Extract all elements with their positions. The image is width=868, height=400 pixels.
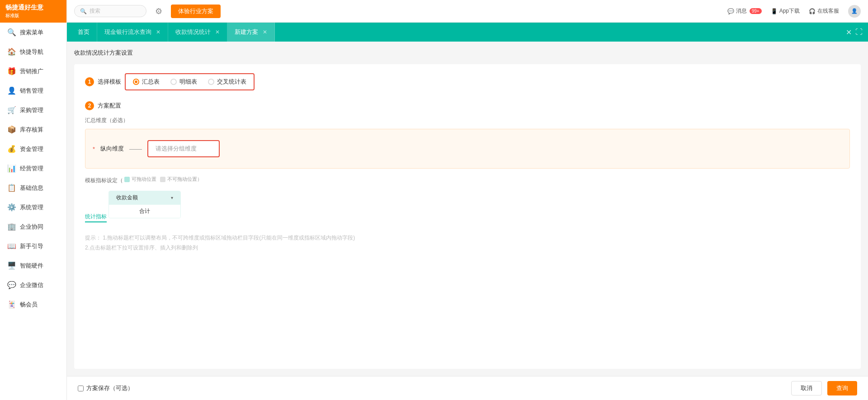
radio-detail-dot xyxy=(170,79,177,85)
bank-flow-tab-label: 现金银行流水查询 xyxy=(104,28,151,36)
new-plan-tab-label: 新建方案 xyxy=(235,28,258,36)
draggable-label: 可拖动位置 xyxy=(132,176,156,183)
main-area: 🔍 搜索 ⚙ 体验行业方案 💬 消息 99+ 📱 App下载 🎧 在线客服 👤 xyxy=(67,0,868,400)
user-avatar[interactable]: 👤 xyxy=(848,5,861,18)
sidebar-item-weichat[interactable]: 💬 企业微信 xyxy=(0,275,66,295)
service-icon: 🎧 xyxy=(809,8,816,14)
guide-icon: 📖 xyxy=(7,242,16,250)
non-draggable-label: 不可拖动位置） xyxy=(167,176,202,183)
step1-badge: 1 xyxy=(85,77,94,86)
sidebar-item-capital[interactable]: 💰 资金管理 xyxy=(0,139,66,159)
sidebar-item-marketing[interactable]: 🎁 营销推广 xyxy=(0,61,66,81)
dimension-select[interactable]: 请选择分组维度 xyxy=(147,140,220,157)
app-download-button[interactable]: 📱 App下载 xyxy=(771,7,800,15)
notification-button[interactable]: 💬 消息 99+ xyxy=(727,7,762,15)
radio-detail[interactable]: 明细表 xyxy=(170,78,197,86)
vertical-dimension-label: 纵向维度 xyxy=(100,145,124,153)
tab-expand[interactable]: ⛶ xyxy=(855,28,863,36)
metric-config-label: 模板指标设定（ 可拖动位置 不可拖动位置） xyxy=(85,176,850,186)
sidebar-item-label: 搜索菜单 xyxy=(20,28,43,37)
save-plan-checkbox[interactable]: 方案保存（可选） xyxy=(78,384,133,392)
gift-icon: 🎁 xyxy=(7,67,16,75)
weichat-icon: 💬 xyxy=(7,281,16,289)
industry-button[interactable]: 体验行业方案 xyxy=(171,5,221,18)
draggable-indicator: 可拖动位置 xyxy=(124,176,156,183)
inventory-icon: 📦 xyxy=(7,125,16,134)
notification-label: 消息 xyxy=(736,7,747,15)
member-icon: 🃏 xyxy=(7,300,16,309)
hint-line-2: 2.点击标题栏下拉可设置排序、插入列和删除列 xyxy=(85,243,850,253)
sidebar-item-basic-info[interactable]: 📋 基础信息 xyxy=(0,178,66,198)
stats-label: 统计指标 xyxy=(85,213,107,222)
bottom-actions: 取消 查询 xyxy=(791,381,857,395)
topbar: 🔍 搜索 ⚙ 体验行业方案 💬 消息 99+ 📱 App下载 🎧 在线客服 👤 xyxy=(67,0,868,23)
settings-icon[interactable]: ⚙ xyxy=(152,5,165,18)
cancel-button[interactable]: 取消 xyxy=(791,381,822,395)
radio-cross-dot xyxy=(208,79,214,85)
tab-bank-flow[interactable]: 现金银行流水查询 ✕ xyxy=(97,23,168,42)
step2-header: 2 方案配置 xyxy=(85,101,850,110)
sidebar-item-purchase[interactable]: 🛒 采购管理 xyxy=(0,100,66,120)
hint-section: 提示： 1.拖动标题栏可以调整布局，不可跨维度或指标区域拖动栏目字段(只能在同一… xyxy=(85,233,850,253)
online-service-button[interactable]: 🎧 在线客服 xyxy=(809,7,839,15)
sidebar-item-operations[interactable]: 📊 经营管理 xyxy=(0,159,66,178)
notification-count: 99+ xyxy=(750,8,762,14)
radio-cross[interactable]: 交叉统计表 xyxy=(208,78,246,86)
sidebar-item-enterprise[interactable]: 🏢 企业协同 xyxy=(0,217,66,236)
stats-section: 统计指标 收款金额 ▾ 合计 xyxy=(85,191,850,226)
step2-section: 2 方案配置 汇总维度（必选） * 纵向维度 —— 请选择分组维度 模板指标设定… xyxy=(85,101,850,253)
non-draggable-indicator: 不可拖动位置） xyxy=(160,176,202,183)
collection-stats-tab-label: 收款情况统计 xyxy=(175,28,211,36)
save-plan-label: 方案保存（可选） xyxy=(86,384,133,392)
sidebar-item-label: 系统管理 xyxy=(20,203,43,212)
home-icon: 🏠 xyxy=(7,47,16,56)
draggable-color-indicator xyxy=(124,177,130,182)
sidebar-logo: 畅捷通好生意 标准版 xyxy=(0,0,66,23)
sidebar-item-sales[interactable]: 👤 销售管理 xyxy=(0,81,66,100)
dimension-area: * 纵向维度 —— 请选择分组维度 xyxy=(85,129,850,169)
sidebar-item-label: 快捷导航 xyxy=(20,48,43,56)
home-tab-label: 首页 xyxy=(78,28,90,36)
sidebar-item-quick-nav[interactable]: 🏠 快捷导航 xyxy=(0,42,66,61)
download-icon: 📱 xyxy=(771,8,778,14)
sales-icon: 👤 xyxy=(7,86,16,95)
tab-close-all[interactable]: ✕ xyxy=(846,28,852,37)
sidebar-item-label: 采购管理 xyxy=(20,106,43,114)
new-plan-tab-close[interactable]: ✕ xyxy=(263,29,267,35)
tab-new-plan[interactable]: 新建方案 ✕ xyxy=(227,23,275,42)
stats-table: 收款金额 ▾ 合计 xyxy=(108,191,181,218)
online-service-label: 在线客服 xyxy=(817,7,839,15)
basic-info-icon: 📋 xyxy=(7,184,16,192)
save-plan-check[interactable] xyxy=(78,386,84,391)
tab-home[interactable]: 首页 xyxy=(71,23,97,42)
sidebar-item-label: 营销推广 xyxy=(20,67,43,75)
sidebar-item-hardware[interactable]: 🖥️ 智能硬件 xyxy=(0,256,66,275)
query-button[interactable]: 查询 xyxy=(827,381,857,395)
stats-table-header-label: 收款金额 xyxy=(116,194,138,202)
sidebar-item-search-menu[interactable]: 🔍 搜索菜单 xyxy=(0,23,66,42)
sidebar-item-label: 基础信息 xyxy=(20,184,43,192)
radio-cross-label: 交叉统计表 xyxy=(217,78,246,86)
enterprise-icon: 🏢 xyxy=(7,222,16,231)
step1-section: 1 选择模板 汇总表 明细表 xyxy=(85,73,850,90)
stats-table-header[interactable]: 收款金额 ▾ xyxy=(109,191,180,204)
non-draggable-color-indicator xyxy=(160,177,165,182)
sidebar-item-system[interactable]: ⚙️ 系统管理 xyxy=(0,198,66,217)
tab-collection-stats[interactable]: 收款情况统计 ✕ xyxy=(168,23,227,42)
sidebar-item-label: 智能硬件 xyxy=(20,262,43,270)
sidebar-item-label: 库存核算 xyxy=(20,126,43,134)
metric-tags: 可拖动位置 不可拖动位置） xyxy=(124,176,202,183)
dimension-section-label: 汇总维度（必选） xyxy=(85,117,850,124)
radio-summary[interactable]: 汇总表 xyxy=(133,78,160,86)
sidebar-item-member[interactable]: 🃏 畅会员 xyxy=(0,295,66,314)
bank-flow-tab-close[interactable]: ✕ xyxy=(156,29,160,35)
radio-summary-label: 汇总表 xyxy=(142,78,160,86)
system-icon: ⚙️ xyxy=(7,203,16,212)
sidebar-item-label: 畅会员 xyxy=(20,301,38,309)
topbar-search-box[interactable]: 🔍 搜索 xyxy=(74,5,146,17)
collection-stats-tab-close[interactable]: ✕ xyxy=(215,29,220,35)
sidebar-item-label: 销售管理 xyxy=(20,87,43,95)
sidebar-item-inventory[interactable]: 📦 库存核算 xyxy=(0,120,66,139)
search-placeholder: 搜索 xyxy=(90,7,100,15)
sidebar-item-guide[interactable]: 📖 新手引导 xyxy=(0,236,66,256)
